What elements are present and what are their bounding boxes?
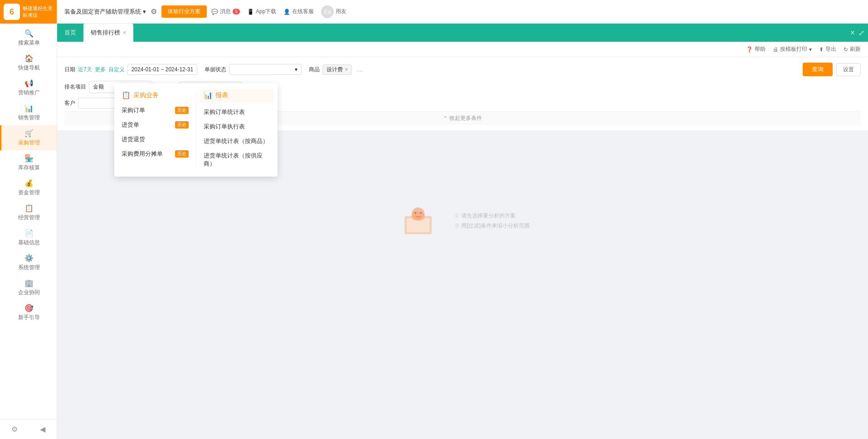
sidebar-item-label: 资金管理: [18, 189, 40, 197]
preset-more[interactable]: 更多: [95, 66, 106, 74]
menu-item-purchase-order[interactable]: 采购订单 历史: [118, 103, 192, 118]
print-button[interactable]: 🖨 按模板打印 ▾: [773, 45, 812, 53]
tab-close-icon[interactable]: ×: [123, 30, 126, 36]
sidebar-item-label: 库存核算: [18, 164, 40, 172]
topbar-right: 💬 消息 5 📱 App下载 👤 在线客服 Ea 用友: [211, 5, 346, 18]
menu-item-order-stats[interactable]: 采购订单统计表: [200, 105, 274, 119]
business-header-icon: 📋: [122, 91, 131, 99]
main-area: 装备及固定资产辅助管理系统 ▾ ⚙ 体验行业方案 💬 消息 5 📱 App下载 …: [57, 0, 868, 439]
empty-tip-2: 用[过滤]条件来缩小分析范围: [454, 221, 530, 231]
tab-bar: 首页 销售排行榜 × × ⤢: [57, 24, 868, 42]
sidebar-item-system[interactable]: ⚙️ 系统管理: [0, 250, 57, 275]
message-item[interactable]: 💬 消息 5: [211, 8, 240, 15]
online-service-item[interactable]: 👤 在线客服: [283, 8, 314, 15]
inventory-icon: 🏪: [24, 154, 34, 163]
refresh-button[interactable]: ↻ 刷新: [844, 45, 861, 53]
message-badge: 5: [233, 9, 240, 15]
customer-label: 客户: [64, 99, 75, 107]
goods-more-button[interactable]: …: [355, 65, 366, 74]
user-item[interactable]: Ea 用友: [321, 5, 346, 18]
sidebar-item-label: 系统管理: [18, 264, 40, 271]
refresh-icon: ↻: [844, 46, 848, 53]
service-icon: 👤: [283, 9, 290, 15]
voucher-status-label: 单据状态: [205, 66, 226, 74]
sales-icon: 📊: [24, 104, 34, 113]
menu-item-goods-return[interactable]: 进货退货: [118, 132, 192, 147]
sidebar-item-marketing[interactable]: 📢 营销推广: [0, 75, 57, 100]
menu-report-header: 📊 报表: [200, 89, 274, 103]
sidebar-item-basic-info[interactable]: 📄 基础信息: [0, 225, 57, 250]
app-download-label: App下载: [256, 8, 276, 15]
sidebar-collapse-button[interactable]: ◀: [40, 425, 45, 434]
svg-rect-3: [411, 212, 425, 221]
sidebar-item-finance[interactable]: 💰 资金管理: [0, 175, 57, 200]
avatar: Ea: [321, 5, 334, 18]
expand-tab-icon[interactable]: ⤢: [858, 29, 864, 37]
sidebar-item-quick-nav[interactable]: 🏠 快捷导航: [0, 50, 57, 75]
menu-item-receipt-stats-goods[interactable]: 进货单统计表（按商品）: [200, 134, 274, 148]
sidebar-item-label: 搜索菜单: [18, 39, 40, 47]
voucher-status-select[interactable]: ▾: [229, 64, 302, 75]
sidebar-item-label: 基础信息: [18, 239, 40, 247]
menu-item-purchase-expense[interactable]: 采购费用分摊单 历史: [118, 147, 192, 161]
phone-icon: 📱: [247, 9, 254, 15]
sidebar-settings-button[interactable]: ⚙: [11, 425, 18, 434]
help-button[interactable]: ❓ 帮助: [746, 45, 766, 53]
filter-settings-button[interactable]: 设置: [836, 63, 861, 76]
filter-group-voucher-status: 单据状态 ▾: [205, 64, 302, 75]
logo-icon: 6: [4, 4, 20, 20]
message-label: 消息: [220, 8, 231, 15]
topbar-settings-icon[interactable]: ⚙: [151, 7, 157, 16]
sidebar-item-label: 采购管理: [18, 139, 40, 147]
export-icon: ⬆: [819, 46, 824, 53]
sidebar-item-operation[interactable]: 📋 经营管理: [0, 200, 57, 225]
report-title: 报表: [215, 91, 228, 99]
close-tab-icon[interactable]: ×: [850, 28, 855, 38]
industry-button[interactable]: 体验行业方案: [161, 5, 207, 18]
sidebar-item-label: 营销推广: [18, 89, 40, 97]
user-label: 用友: [336, 8, 346, 15]
export-button[interactable]: ⬆ 导出: [819, 45, 836, 53]
preset-7days[interactable]: 近7天: [78, 66, 92, 74]
svg-point-5: [420, 212, 422, 214]
message-icon: 💬: [211, 9, 218, 15]
filter-group-date: 日期 近7天 更多 自定义 2024-01-01 ~ 2024-12-31: [64, 64, 197, 75]
tab-home[interactable]: 首页: [57, 24, 83, 42]
sidebar-nav: 🔍 搜索菜单 🏠 快捷导航 📢 营销推广 📊 销售管理 🛒 采购管理 🏪 库存核…: [0, 24, 57, 419]
collapse-up-icon: ⌃: [443, 115, 448, 122]
sidebar-item-search[interactable]: 🔍 搜索菜单: [0, 25, 57, 50]
tab-sales-rank[interactable]: 销售排行榜 ×: [83, 24, 133, 42]
sidebar-item-label: 快捷导航: [18, 64, 40, 72]
sidebar-item-enterprise[interactable]: 🏢 企业协同: [0, 275, 57, 300]
preset-custom[interactable]: 自定义: [108, 66, 125, 74]
purchase-icon: 🛒: [24, 129, 34, 138]
menu-col-report: 📊 报表 采购订单统计表 采购订单执行表 进货单统计表（按商品） 进货单统计表（…: [196, 89, 278, 171]
system-title-dropdown[interactable]: 装备及固定资产辅助管理系统 ▾: [64, 8, 146, 16]
dropdown-arrow-icon: ▾: [143, 8, 146, 15]
history-badge-3: 历史: [175, 150, 189, 158]
date-range-input[interactable]: 2024-01-01 ~ 2024-12-31: [127, 64, 197, 75]
system-icon: ⚙️: [24, 254, 34, 262]
menu-col-business: 📋 采购业务 采购订单 历史 进货单 历史 进货退货: [114, 89, 196, 171]
tab-bar-actions: × ⤢: [850, 28, 868, 38]
business-title: 采购业务: [133, 91, 159, 99]
query-button[interactable]: 查询: [803, 63, 833, 76]
sidebar-item-guide[interactable]: 🎯 新手引导: [0, 300, 57, 325]
menu-item-receipt-stats-supplier[interactable]: 进货单统计表（按供应商）: [200, 148, 274, 171]
app-download-item[interactable]: 📱 App下载: [247, 8, 276, 15]
sidebar-item-inventory[interactable]: 🏪 库存核算: [0, 150, 57, 175]
rank-label: 排名项目: [64, 83, 86, 91]
menu-item-order-exec[interactable]: 采购订单执行表: [200, 119, 274, 134]
history-badge-0: 历史: [175, 107, 189, 114]
sidebar: 6 畅捷通好生意 标准版 🔍 搜索菜单 🏠 快捷导航 📢 营销推广 📊 销售管理…: [0, 0, 57, 439]
sidebar-item-purchase[interactable]: 🛒 采购管理: [0, 125, 57, 150]
system-title: 装备及固定资产辅助管理系统: [64, 8, 141, 16]
sidebar-item-sales[interactable]: 📊 销售管理: [0, 100, 57, 125]
logo-text: 畅捷通好生意 标准版: [23, 5, 53, 19]
menu-item-goods-receipt[interactable]: 进货单 历史: [118, 118, 192, 132]
print-icon: 🖨: [773, 46, 778, 53]
online-service-label: 在线客服: [292, 8, 314, 15]
goods-tag-close-icon[interactable]: ×: [345, 66, 348, 73]
print-dropdown-icon: ▾: [809, 46, 812, 53]
content-area: ❓ 帮助 🖨 按模板打印 ▾ ⬆ 导出 ↻ 刷新 日期: [57, 42, 868, 439]
